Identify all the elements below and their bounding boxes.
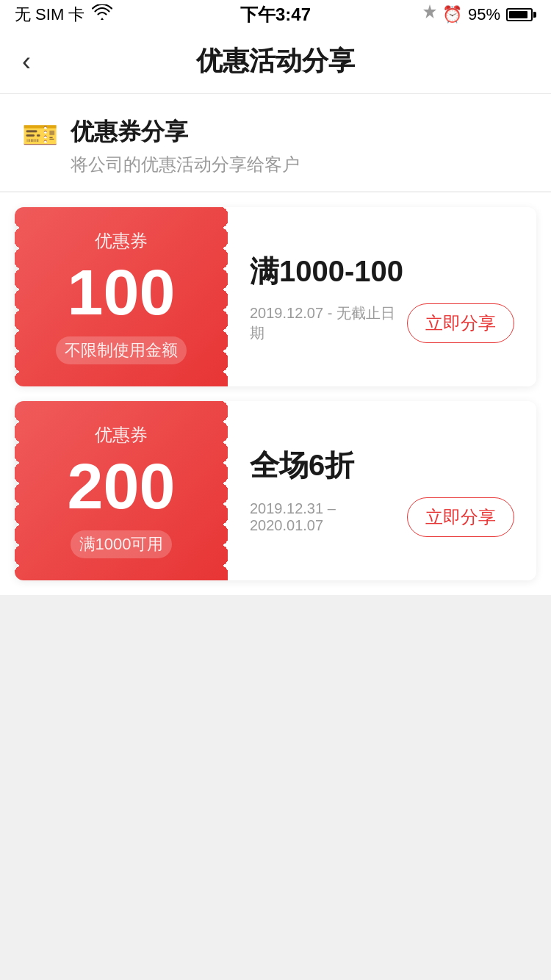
page-title: 优惠活动分享 [196, 43, 355, 79]
coupon-list: 优惠券 100 不限制使用金额 满1000-100 2019.12.07 - 无… [0, 192, 551, 595]
bottom-empty-area [0, 595, 551, 962]
wifi-icon [92, 4, 112, 25]
nav-bar: ‹ 优惠活动分享 [0, 29, 551, 94]
battery-percent: 95% [468, 5, 500, 24]
coupon-name-2: 全场6折 [250, 445, 514, 486]
coupon-left-2: 优惠券 200 满1000可用 [15, 401, 228, 580]
share-button-1[interactable]: 立即分享 [407, 303, 514, 343]
coupon-amount-1: 100 [68, 260, 176, 325]
coupon-meta-1: 2019.12.07 - 无截止日期 立即分享 [250, 303, 514, 343]
section-text-group: 优惠券分享 将公司的优惠活动分享给客户 [71, 116, 300, 176]
status-left: 无 SIM 卡 [15, 4, 112, 26]
coupon-meta-2: 2019.12.31 – 2020.01.07 立即分享 [250, 497, 514, 537]
section-header: 🎫 优惠券分享 将公司的优惠活动分享给客户 [0, 94, 551, 191]
coupon-name-1: 满1000-100 [250, 251, 514, 292]
alarm-icon: ⏰ [442, 5, 462, 24]
coupon-share-icon: 🎫 [22, 118, 59, 152]
coupon-condition-2: 满1000可用 [71, 530, 173, 558]
coupon-type-1: 优惠券 [95, 229, 148, 253]
carrier-label: 无 SIM 卡 [15, 4, 84, 26]
status-bar: 无 SIM 卡 下午3:47 ⏰ 95% [0, 0, 551, 29]
coupon-condition-1: 不限制使用金额 [56, 336, 187, 364]
coupon-date-1: 2019.12.07 - 无截止日期 [250, 303, 400, 343]
location-icon [423, 4, 436, 25]
coupon-card-1: 优惠券 100 不限制使用金额 满1000-100 2019.12.07 - 无… [15, 207, 536, 386]
share-button-2[interactable]: 立即分享 [407, 497, 514, 537]
battery-icon [506, 8, 536, 21]
coupon-amount-2: 200 [68, 454, 176, 519]
coupon-right-2: 全场6折 2019.12.31 – 2020.01.07 立即分享 [228, 401, 536, 580]
section-subtitle: 将公司的优惠活动分享给客户 [71, 153, 300, 176]
coupon-card-2: 优惠券 200 满1000可用 全场6折 2019.12.31 – 2020.0… [15, 401, 536, 580]
status-time: 下午3:47 [240, 3, 311, 26]
status-right: ⏰ 95% [423, 4, 536, 25]
back-button[interactable]: ‹ [22, 46, 31, 77]
coupon-right-1: 满1000-100 2019.12.07 - 无截止日期 立即分享 [228, 207, 536, 386]
coupon-date-2: 2019.12.31 – 2020.01.07 [250, 500, 400, 534]
coupon-type-2: 优惠券 [95, 423, 148, 447]
coupon-left-1: 优惠券 100 不限制使用金额 [15, 207, 228, 386]
section-title: 优惠券分享 [71, 116, 300, 148]
